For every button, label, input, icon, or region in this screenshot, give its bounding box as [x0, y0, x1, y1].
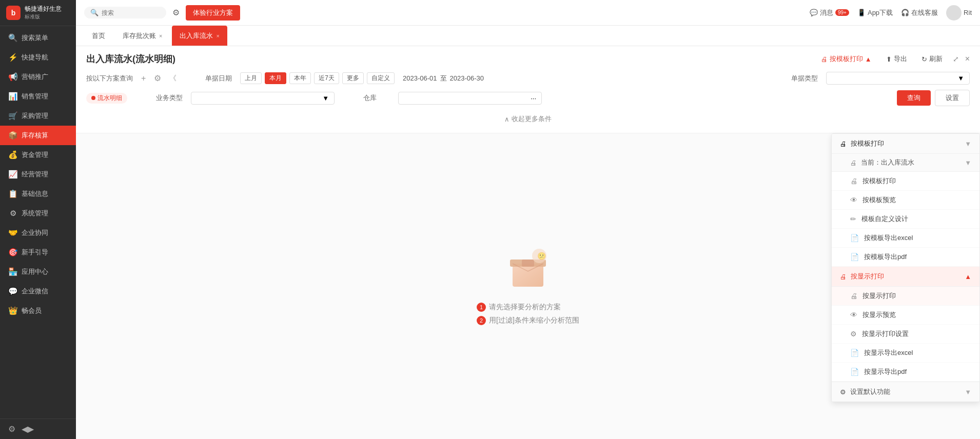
- logo-icon: b: [6, 6, 21, 20]
- message-badge: 99+: [835, 9, 849, 16]
- sidebar-item-basic[interactable]: 📋 基础信息: [0, 184, 76, 204]
- sidebar-item-purchase[interactable]: 🛒 采购管理: [0, 106, 76, 126]
- warehouse-select[interactable]: ···: [398, 92, 542, 105]
- sidebar-item-member[interactable]: 👑 畅会员: [0, 301, 76, 321]
- topbar-search-box[interactable]: 🔍: [84, 7, 166, 18]
- filter-collapse-arrow[interactable]: 《: [169, 74, 177, 83]
- hint-number-1: 1: [477, 303, 486, 312]
- filter-add-button[interactable]: +: [141, 74, 146, 83]
- current-icon: 🖨: [850, 159, 857, 167]
- export-button[interactable]: ⬆ 导出: [882, 52, 911, 66]
- date-btn-more[interactable]: 更多: [342, 72, 364, 84]
- fullscreen-button[interactable]: ⤢: [953, 55, 959, 63]
- sidebar-item-label: 应用中心: [22, 267, 48, 276]
- sidebar-item-corp[interactable]: 🤝 企业协同: [0, 223, 76, 243]
- settings-icon: ⚙: [850, 330, 857, 338]
- display-print-header[interactable]: 🖨 按显示打印 ▲: [832, 267, 979, 287]
- settings-icon[interactable]: ⚙: [8, 424, 15, 434]
- template-custom-item[interactable]: ✏ 模板自定义设计: [832, 210, 979, 229]
- service-button[interactable]: 🎧 在线客服: [901, 8, 938, 17]
- tab-close-flow[interactable]: ×: [216, 33, 219, 39]
- topbar-actions: 💬 消息 99+ 📱 App下载 🎧 在线客服 Rit: [810, 5, 972, 21]
- date-btn-this-year[interactable]: 本年: [289, 72, 311, 84]
- date-quick-buttons: 上月 本月 本年 近7天 更多 自定义: [240, 72, 395, 84]
- date-btn-custom[interactable]: 自定义: [367, 72, 395, 84]
- chevron-down-icon: ▼: [957, 74, 964, 82]
- tab-flow[interactable]: 出入库流水 ×: [172, 26, 227, 46]
- tab-label: 出入库流水: [180, 31, 213, 41]
- trial-button[interactable]: 体验行业方案: [186, 5, 240, 21]
- logo: b 畅捷通好生意 标准版: [0, 0, 76, 26]
- doc-type-select[interactable]: ▼: [826, 72, 970, 85]
- sidebar-item-label: 企业协同: [22, 228, 48, 237]
- sidebar-item-sales[interactable]: 📊 销售管理: [0, 87, 76, 106]
- template-excel-item[interactable]: 📄 按模板导出excel: [832, 229, 979, 248]
- tab-home[interactable]: 首页: [84, 26, 113, 46]
- sidebar-item-label: 新手引导: [22, 248, 48, 257]
- display-excel-item[interactable]: 📄 按显示导出excel: [832, 344, 979, 363]
- refresh-button[interactable]: ↻ 刷新: [917, 52, 947, 66]
- content-area: 按以下方案查询 + ⚙ 《 单据日期 上月 本月 本年 近7天 更多 自定义 2: [76, 66, 980, 439]
- template-preview-item[interactable]: 👁 按模板预览: [832, 191, 979, 210]
- sidebar-item-label: 营销推广: [22, 72, 48, 82]
- sidebar-item-label: 企业微信: [22, 287, 48, 296]
- print-icon: 🖨: [850, 292, 857, 300]
- empty-hint-1: 1 请先选择要分析的方案: [477, 303, 579, 312]
- app-download-button[interactable]: 📱 App下载: [857, 8, 893, 17]
- business-type-label: 业务类型: [156, 93, 187, 103]
- tab-batch[interactable]: 库存批次账 ×: [115, 26, 170, 46]
- sidebar-item-finance[interactable]: 💰 资金管理: [0, 145, 76, 165]
- message-button[interactable]: 💬 消息 99+: [810, 8, 849, 17]
- edit-icon: ✏: [850, 215, 856, 223]
- sidebar-item-marketing[interactable]: 📢 营销推广: [0, 67, 76, 87]
- date-label: 单据日期: [205, 74, 236, 83]
- settings-button[interactable]: 设置: [935, 90, 970, 106]
- date-btn-this-month[interactable]: 本月: [265, 72, 286, 84]
- pdf-icon: 📄: [850, 253, 859, 261]
- tab-close-batch[interactable]: ×: [159, 33, 162, 39]
- template-custom-label: 模板自定义设计: [861, 214, 908, 224]
- date-btn-last-month[interactable]: 上月: [240, 72, 262, 84]
- display-settings-label: 按显示打印设置: [862, 329, 909, 338]
- filter-tag[interactable]: 流水明细: [86, 93, 127, 104]
- template-print-header[interactable]: 🖨 按模板打印 ▼: [832, 134, 979, 154]
- display-preview-item[interactable]: 👁 按显示预览: [832, 306, 979, 325]
- template-pdf-item[interactable]: 📄 按模板导出pdf: [832, 248, 979, 267]
- sidebar-item-search[interactable]: 🔍 搜索菜单: [0, 28, 76, 48]
- sidebar-item-system[interactable]: ⚙ 系统管理: [0, 204, 76, 223]
- sidebar-item-operation[interactable]: 📈 经营管理: [0, 165, 76, 184]
- query-button[interactable]: 查询: [897, 90, 931, 106]
- close-button[interactable]: ×: [965, 54, 970, 64]
- user-profile[interactable]: Rit: [946, 5, 972, 21]
- date-btn-7days[interactable]: 近7天: [314, 72, 339, 84]
- chevron-up-icon: ▲: [865, 55, 872, 63]
- sidebar-item-wechat[interactable]: 💬 企业微信: [0, 282, 76, 301]
- business-type-select[interactable]: ▼: [191, 92, 335, 105]
- topbar: 🔍 ⚙ 体验行业方案 💬 消息 99+ 📱 App下载 🎧 在线客服 Rit: [76, 0, 980, 26]
- hint-number-2: 2: [477, 316, 486, 325]
- page-header-actions: 🖨 按模板打印 ▲ ⬆ 导出 ↻ 刷新 ⤢ ×: [817, 52, 970, 66]
- template-preview-label: 按模板预览: [863, 195, 896, 205]
- template-print-item[interactable]: 🖨 按模板打印: [832, 172, 979, 191]
- template-excel-label: 按模板导出excel: [864, 233, 913, 243]
- collapse-more-button[interactable]: ∧ 收起更多条件: [86, 111, 970, 127]
- sidebar-item-appstore[interactable]: 🏪 应用中心: [0, 262, 76, 282]
- print-header-icon: 🖨: [840, 140, 847, 148]
- filter-settings-button[interactable]: ⚙: [154, 73, 161, 83]
- sidebar-item-label: 快捷导航: [22, 53, 48, 62]
- export-btn-label: 导出: [894, 54, 907, 64]
- dropdown-footer[interactable]: ⚙ 设置默认功能 ▼: [832, 382, 979, 402]
- display-print-item[interactable]: 🖨 按显示打印: [832, 287, 979, 306]
- sidebar-item-shortcut[interactable]: ⚡ 快捷导航: [0, 48, 76, 67]
- sidebar-item-inventory[interactable]: 📦 库存核算: [0, 126, 76, 145]
- crown-icon: 👑: [8, 306, 17, 315]
- display-pdf-item[interactable]: 📄 按显示导出pdf: [832, 363, 979, 382]
- settings-button[interactable]: ⚙: [172, 8, 180, 17]
- box-icon: 📦: [8, 131, 17, 140]
- collapse-sidebar-icon[interactable]: ◀▶: [22, 424, 34, 434]
- display-settings-item[interactable]: ⚙ 按显示打印设置: [832, 325, 979, 344]
- sidebar-item-guide[interactable]: 🎯 新手引导: [0, 243, 76, 262]
- search-input[interactable]: [102, 9, 153, 16]
- preview-icon: 👁: [850, 196, 857, 204]
- print-template-button[interactable]: 🖨 按模板打印 ▲: [817, 52, 876, 66]
